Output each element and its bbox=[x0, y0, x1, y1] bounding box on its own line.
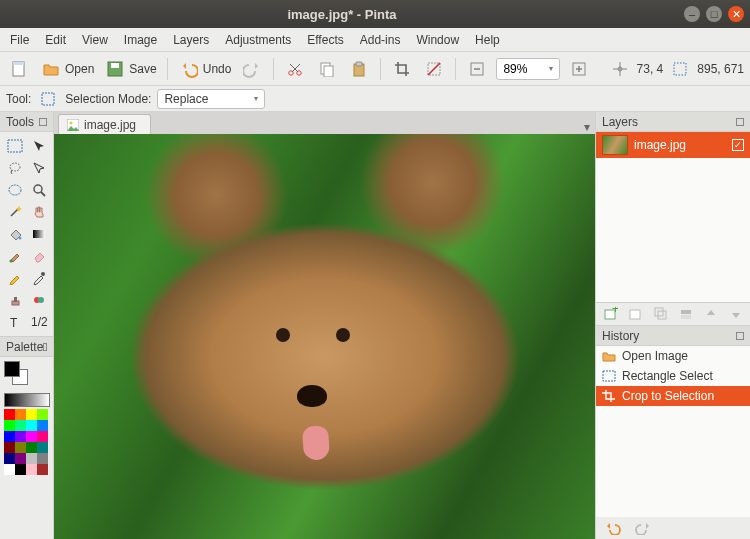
window-close-button[interactable]: ✕ bbox=[728, 6, 744, 22]
svg-rect-19 bbox=[42, 93, 54, 105]
paste-button[interactable] bbox=[346, 57, 372, 81]
layer-up-icon[interactable] bbox=[702, 303, 719, 325]
menu-addins[interactable]: Add-ins bbox=[354, 31, 407, 49]
menu-adjustments[interactable]: Adjustments bbox=[219, 31, 297, 49]
tools-pane-header[interactable]: Tools bbox=[0, 112, 53, 132]
new-button[interactable] bbox=[6, 57, 32, 81]
layer-down-icon[interactable] bbox=[727, 303, 744, 325]
color-swatch[interactable] bbox=[37, 464, 48, 475]
tool-ellipse-select[interactable] bbox=[4, 180, 26, 200]
color-swatch[interactable] bbox=[26, 409, 37, 420]
palette-swatches bbox=[0, 357, 53, 479]
tool-shapes[interactable]: 1/2 bbox=[28, 312, 50, 332]
tool-eraser[interactable] bbox=[28, 246, 50, 266]
menu-effects[interactable]: Effects bbox=[301, 31, 349, 49]
copy-button[interactable] bbox=[314, 57, 340, 81]
color-grid bbox=[4, 409, 50, 475]
color-swatch[interactable] bbox=[26, 453, 37, 464]
grayscale-ramp[interactable] bbox=[4, 393, 50, 407]
tool-move-selection[interactable] bbox=[28, 158, 50, 178]
tool-pencil[interactable] bbox=[4, 268, 26, 288]
deselect-button[interactable] bbox=[421, 57, 447, 81]
tool-gradient[interactable] bbox=[28, 224, 50, 244]
color-swatch[interactable] bbox=[15, 453, 26, 464]
tool-recolor[interactable] bbox=[28, 290, 50, 310]
color-swatch[interactable] bbox=[26, 431, 37, 442]
layers-pane-header[interactable]: Layers bbox=[596, 112, 750, 132]
window-minimize-button[interactable]: – bbox=[684, 6, 700, 22]
color-swatch[interactable] bbox=[15, 431, 26, 442]
cut-button[interactable] bbox=[282, 57, 308, 81]
pane-toggle-icon bbox=[736, 332, 744, 340]
color-swatch[interactable] bbox=[4, 464, 15, 475]
tool-lasso[interactable] bbox=[4, 158, 26, 178]
tool-brush[interactable] bbox=[4, 246, 26, 266]
tool-color-picker[interactable] bbox=[28, 268, 50, 288]
menu-image[interactable]: Image bbox=[118, 31, 163, 49]
save-button[interactable]: Save bbox=[102, 57, 158, 81]
menu-window[interactable]: Window bbox=[410, 31, 465, 49]
color-swatch[interactable] bbox=[4, 431, 15, 442]
window-maximize-button[interactable]: □ bbox=[706, 6, 722, 22]
menu-edit[interactable]: Edit bbox=[39, 31, 72, 49]
history-item[interactable]: Rectangle Select bbox=[596, 366, 750, 386]
tool-pan[interactable] bbox=[28, 202, 50, 222]
color-swatch[interactable] bbox=[15, 464, 26, 475]
color-swatch[interactable] bbox=[37, 442, 48, 453]
layer-delete-icon[interactable] bbox=[627, 303, 644, 325]
tool-magic-wand[interactable] bbox=[4, 202, 26, 222]
layer-duplicate-icon[interactable] bbox=[652, 303, 669, 325]
layer-item[interactable]: image.jpg ✓ bbox=[596, 132, 750, 158]
redo-button[interactable] bbox=[239, 57, 265, 81]
canvas[interactable] bbox=[54, 134, 595, 539]
svg-text:T: T bbox=[10, 316, 18, 329]
layers-list: image.jpg ✓ bbox=[596, 132, 750, 302]
color-swatch[interactable] bbox=[15, 420, 26, 431]
tool-rect-select[interactable] bbox=[4, 136, 26, 156]
history-pane-header[interactable]: History bbox=[596, 326, 750, 346]
zoom-combo[interactable]: 89%▾ bbox=[496, 58, 560, 80]
color-swatch[interactable] bbox=[26, 442, 37, 453]
color-swatch[interactable] bbox=[4, 420, 15, 431]
color-swatch[interactable] bbox=[26, 420, 37, 431]
color-swatch[interactable] bbox=[37, 409, 48, 420]
color-swatch[interactable] bbox=[4, 453, 15, 464]
tab-dropdown-button[interactable]: ▾ bbox=[579, 120, 595, 134]
svg-rect-41 bbox=[658, 311, 666, 319]
tool-bucket[interactable] bbox=[4, 224, 26, 244]
history-undo-icon[interactable] bbox=[602, 517, 624, 539]
chevron-down-icon: ▾ bbox=[254, 94, 258, 103]
layer-visible-checkbox[interactable]: ✓ bbox=[732, 139, 744, 151]
history-item[interactable]: Open Image bbox=[596, 346, 750, 366]
selection-mode-combo[interactable]: Replace ▾ bbox=[157, 89, 265, 109]
layer-add-icon[interactable]: + bbox=[602, 303, 619, 325]
zoom-out-button[interactable] bbox=[464, 57, 490, 81]
color-swatch[interactable] bbox=[4, 442, 15, 453]
color-swatch[interactable] bbox=[4, 409, 15, 420]
palette-pane-header[interactable]: Palette bbox=[0, 337, 53, 357]
color-swatch[interactable] bbox=[37, 453, 48, 464]
tool-zoom[interactable] bbox=[28, 180, 50, 200]
layer-merge-icon[interactable] bbox=[677, 303, 694, 325]
color-swatch[interactable] bbox=[15, 442, 26, 453]
open-button[interactable]: Open bbox=[38, 57, 96, 81]
tool-text[interactable]: T bbox=[4, 312, 26, 332]
color-swatch[interactable] bbox=[26, 464, 37, 475]
zoom-in-button[interactable] bbox=[566, 57, 592, 81]
menu-layers[interactable]: Layers bbox=[167, 31, 215, 49]
menu-file[interactable]: File bbox=[4, 31, 35, 49]
tool-clone[interactable] bbox=[4, 290, 26, 310]
history-item[interactable]: Crop to Selection bbox=[596, 386, 750, 406]
menu-view[interactable]: View bbox=[76, 31, 114, 49]
history-redo-icon[interactable] bbox=[632, 517, 654, 539]
menu-help[interactable]: Help bbox=[469, 31, 506, 49]
color-swatch[interactable] bbox=[37, 420, 48, 431]
document-tab[interactable]: image.jpg bbox=[58, 114, 151, 134]
tool-move[interactable] bbox=[28, 136, 50, 156]
color-swatch[interactable] bbox=[15, 409, 26, 420]
undo-button[interactable]: Undo bbox=[176, 57, 234, 81]
color-swatch[interactable] bbox=[37, 431, 48, 442]
crop-button[interactable] bbox=[389, 57, 415, 81]
primary-color-swatch[interactable] bbox=[4, 361, 20, 377]
primary-secondary-color[interactable] bbox=[4, 361, 36, 389]
